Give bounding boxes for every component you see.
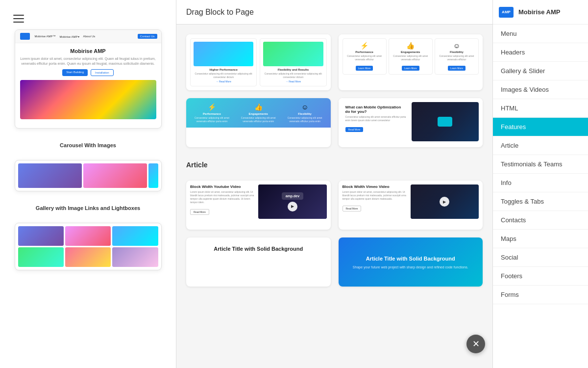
youtube-btn: Read More	[190, 209, 209, 215]
feat3-text: Consectetur adipiscing elit amet venenat…	[345, 115, 407, 122]
brand-logo: AMP	[499, 7, 514, 18]
browser-nav-item-2: Mobirise AMP▾	[60, 35, 79, 38]
feat3-btn: Read More	[345, 127, 364, 132]
carousel-img-3	[148, 163, 158, 188]
sidebar-item-headers[interactable]: Headers	[493, 43, 588, 62]
left-preview-panel: Mobirise AMP™ Mobirise AMP▾ About Us Con…	[0, 0, 176, 368]
grad-icon-1: ⚡	[190, 103, 234, 111]
feature-img-2	[263, 42, 323, 66]
vimeo-block-inner: Block Width Vimeo Video Lorem ipsum dolo…	[339, 181, 483, 223]
feature-text-1: Consectetur adipiscing elit consectetur …	[194, 72, 253, 79]
preview-hero-title: Mobirise AMP	[20, 48, 156, 54]
right-header: AMP Mobirise AMP	[493, 0, 588, 25]
browser-nav-item-3: About Us	[83, 35, 96, 38]
sidebar-item-contacts[interactable]: Contacts	[493, 211, 588, 230]
blocks-content[interactable]: Higher Performance Consectetur adipiscin…	[176, 25, 492, 368]
feat2-btn-1: Learn More	[356, 66, 373, 71]
sidebar-item-footers[interactable]: Footers	[493, 267, 588, 286]
feat2-title-3: Flexibility	[437, 51, 476, 53]
feature-title-1: Higher Performance	[194, 68, 253, 71]
sidebar-item-images-videos[interactable]: Images & Videos	[493, 80, 588, 99]
youtube-preview: Block Width Youtube Video Lorem ipsum do…	[186, 181, 331, 230]
gallery-img-3	[112, 226, 158, 246]
sidebar-item-forms[interactable]: Forms	[493, 286, 588, 304]
youtube-thumb: amp.dev ▶	[258, 184, 326, 219]
sidebar-item-menu[interactable]: Menu	[493, 25, 588, 43]
carousel-img-2	[83, 163, 147, 188]
sidebar-item-article[interactable]: Article	[493, 136, 588, 155]
feat3-right-img	[412, 102, 479, 141]
sidebar-item-testimonials-teams[interactable]: Testimonials & Teams	[493, 155, 588, 174]
youtube-info: Block Width Youtube Video Lorem ipsum do…	[190, 184, 258, 219]
close-fab-button[interactable]: ✕	[466, 335, 485, 353]
feature-text-2: Consectetur adipiscing elit consectetur …	[263, 72, 323, 79]
gallery-img-1	[18, 226, 64, 246]
features-block-three-btn[interactable]: ⚡ Performance Consectetur adipiscing eli…	[339, 34, 483, 90]
features-three-btn: ⚡ Performance Consectetur adipiscing eli…	[339, 34, 483, 79]
vimeo-video-block[interactable]: Block Width Vimeo Video Lorem ipsum dolo…	[339, 181, 483, 230]
vimeo-title: Block Width Vimeo Video	[343, 184, 407, 189]
drag-block-title: Drag Block to Page	[186, 8, 254, 17]
browser-cta: Contact Us	[138, 34, 157, 39]
carousel-images	[15, 160, 161, 191]
car-image	[438, 117, 452, 127]
feat2-item-2: 👍 Engagements Consectetur adipiscing eli…	[389, 38, 433, 75]
preview-hero-buttons: Start Building Installation	[20, 69, 156, 76]
features-gradient-block[interactable]: ⚡ Performance Consectetur adipiscing eli…	[186, 98, 331, 147]
feat2-title-2: Engagements	[391, 51, 430, 53]
article-white-block[interactable]: Article Title with Solid Background	[186, 237, 331, 287]
sidebar-item-features[interactable]: Features	[493, 118, 588, 136]
grad-title-1: Performance	[190, 112, 234, 115]
grad-text-3: Consectetur adipiscing elit amet venenat…	[283, 116, 327, 123]
feat2-btn-3: Learn More	[448, 66, 466, 71]
hamburger-button[interactable]	[7, 7, 30, 30]
sidebar-item-gallery-slider[interactable]: Gallery & Slider	[493, 62, 588, 80]
sidebar-item-social[interactable]: Social	[493, 248, 588, 267]
grad-icon-2: 👍	[237, 103, 280, 111]
feature-link-2: → Read More	[263, 80, 323, 83]
preview-hero: Mobirise AMP Lorem ipsum dolor sit amet,…	[15, 43, 161, 128]
feat3-title: What can Mobile Optimization do for you?	[345, 105, 407, 114]
gallery-img-5	[65, 247, 111, 267]
browser-bar: Mobirise AMP™ Mobirise AMP▾ About Us Con…	[15, 30, 161, 43]
youtube-play-icon: ▶	[288, 202, 297, 211]
sidebar-item-html[interactable]: HTML	[493, 99, 588, 118]
features-split: What can Mobile Optimization do for you?…	[339, 98, 483, 145]
youtube-video-block[interactable]: Block Width Youtube Video Lorem ipsum do…	[186, 181, 331, 230]
preview-hero-text: Lorem ipsum dolor sit amet, consectetur …	[20, 56, 156, 66]
grad-text-1: Consectetur adipiscing elit amet venenat…	[190, 116, 234, 123]
center-header: Drag Block to Page	[176, 0, 492, 25]
carousel-img-1	[18, 163, 82, 188]
sidebar-item-toggles-tabs[interactable]: Toggles & Tabs	[493, 192, 588, 211]
features-gradient-preview: ⚡ Performance Consectetur adipiscing eli…	[186, 98, 331, 147]
carousel-preview-card	[15, 160, 162, 191]
carousel-label: Carousel With Images	[60, 138, 116, 150]
sidebar-item-info[interactable]: Info	[493, 174, 588, 192]
blocks-grid: Higher Performance Consectetur adipiscin…	[186, 34, 483, 287]
feat2-title-1: Performance	[345, 51, 384, 53]
feature-img-1	[194, 42, 253, 66]
feature-item-2: Flexibility and Results Consectetur adip…	[260, 38, 326, 86]
feat2-text-1: Consectetur adipiscing elit amet venenat…	[345, 54, 384, 61]
article-colored-subtitle: Shape your future web project with sharp…	[353, 265, 468, 269]
vimeo-text: Lorem ipsum dolor sit amet, consectetur …	[343, 190, 407, 201]
article-section-label: Article	[186, 155, 483, 173]
features-block-images[interactable]: Higher Performance Consectetur adipiscin…	[186, 34, 331, 90]
features-block-1-preview: Higher Performance Consectetur adipiscin…	[186, 34, 331, 90]
vimeo-info: Block Width Vimeo Video Lorem ipsum dolo…	[343, 184, 411, 219]
grad-text-2: Consectetur adipiscing elit amet venenat…	[237, 116, 280, 123]
feature-title-2: Flexibility and Results	[263, 68, 323, 71]
grad-title-3: Flexibility	[283, 112, 327, 115]
gallery-img-2	[65, 226, 111, 246]
features-split-block[interactable]: What can Mobile Optimization do for you?…	[339, 98, 483, 147]
youtube-text: Lorem ipsum dolor sit amet, consectetur …	[190, 190, 254, 204]
right-sidebar: AMP Mobirise AMP Menu Headers Gallery & …	[492, 0, 588, 368]
preview-hero-image	[20, 80, 156, 119]
nav-items-list: Menu Headers Gallery & Slider Images & V…	[493, 25, 588, 368]
grad-feature-2: 👍 Engagements Consectetur adipiscing eli…	[237, 103, 280, 123]
article-colored-block[interactable]: Article Title with Solid Background Shap…	[339, 237, 483, 287]
features-split-preview: What can Mobile Optimization do for you?…	[339, 98, 483, 147]
feat3-left: What can Mobile Optimization do for you?…	[343, 102, 410, 141]
sidebar-item-maps[interactable]: Maps	[493, 230, 588, 248]
browser-nav: Mobirise AMP™ Mobirise AMP▾ About Us	[35, 35, 96, 38]
